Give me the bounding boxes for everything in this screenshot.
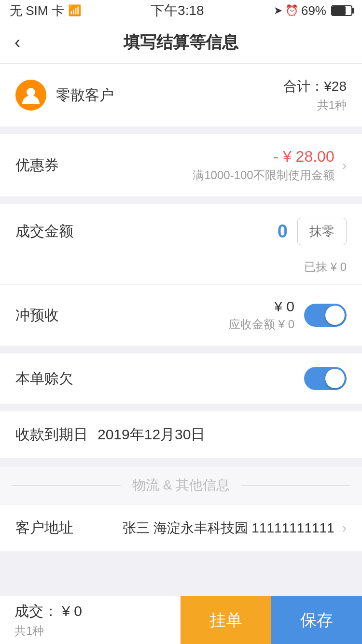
status-time: 下午3:18 [151, 1, 204, 20]
alarm-icon: ⏰ [285, 4, 298, 17]
debt-toggle[interactable] [304, 367, 347, 390]
status-right: ➤ ⏰ 69% [274, 3, 352, 18]
due-date-row: 收款到期日 2019年12月30日 [15, 425, 347, 445]
advance-value-wrap: ¥ 0 应收金额 ¥ 0 [229, 298, 294, 332]
bottom-deal: 成交： ¥ 0 [14, 602, 166, 621]
bottom-count: 共1种 [14, 623, 166, 639]
advance-toggle[interactable] [304, 304, 347, 327]
advance-right: ¥ 0 应收金额 ¥ 0 [229, 298, 347, 332]
round-button[interactable]: 抹零 [297, 218, 347, 245]
deal-section: 成交金额 0 抹零 已抹 ¥ 0 冲预收 ¥ 0 应收金额 ¥ 0 [0, 204, 362, 346]
customer-total: 合计：¥28 [283, 77, 347, 96]
section-divider: 物流 & 其他信息 [0, 466, 362, 504]
svg-point-0 [27, 88, 35, 97]
page-title: 填写结算等信息 [124, 31, 238, 54]
toggle-circle [325, 306, 345, 325]
deal-sub-row: 已抹 ¥ 0 [0, 259, 362, 284]
customer-left: 零散客户 [15, 80, 114, 111]
save-button[interactable]: 保存 [271, 596, 362, 644]
debt-label: 本单赊欠 [15, 369, 73, 389]
address-section: 客户地址 张三 海淀永丰科技园 11111111111 › [0, 504, 362, 551]
avatar [15, 80, 46, 111]
coupon-row[interactable]: 优惠券 - ¥ 28.00 满1000-100不限制使用金额 › [0, 134, 362, 196]
deal-amount-value: 0 [278, 221, 288, 242]
address-chevron-icon: › [342, 520, 347, 536]
status-left: 无 SIM 卡 📶 [10, 2, 81, 19]
debt-section: 本单赊欠 [0, 353, 362, 404]
due-date-section: 收款到期日 2019年12月30日 [0, 411, 362, 458]
bottom-info: 成交： ¥ 0 共1种 [0, 596, 181, 644]
battery-icon [331, 5, 352, 16]
due-date-label: 收款到期日 [15, 425, 88, 445]
advance-sub: 应收金额 ¥ 0 [229, 317, 294, 332]
customer-card: 零散客户 合计：¥28 共1种 [0, 64, 362, 126]
customer-row: 零散客户 合计：¥28 共1种 [0, 64, 362, 126]
customer-total-wrap: 合计：¥28 共1种 [283, 77, 347, 113]
coupon-right: - ¥ 28.00 满1000-100不限制使用金额 › [193, 148, 347, 183]
deal-rounded-text: 已抹 ¥ 0 [304, 260, 347, 273]
deal-right: 0 抹零 [278, 218, 347, 245]
gps-icon: ➤ [274, 4, 282, 17]
coupon-description: 满1000-100不限制使用金额 [193, 168, 334, 183]
address-row[interactable]: 客户地址 张三 海淀永丰科技园 11111111111 › [0, 504, 362, 551]
bottom-deal-value: ¥ 0 [62, 603, 82, 619]
coupon-discount: - ¥ 28.00 [193, 148, 334, 166]
coupon-card: 优惠券 - ¥ 28.00 满1000-100不限制使用金额 › [0, 134, 362, 196]
coupon-chevron-icon: › [342, 158, 347, 173]
coupon-value-wrap: - ¥ 28.00 满1000-100不限制使用金额 [193, 148, 334, 183]
wifi-icon: 📶 [68, 4, 81, 17]
back-button[interactable]: ‹ [14, 32, 20, 53]
due-date-value: 2019年12月30日 [97, 425, 205, 445]
battery-percent: 69% [301, 3, 326, 18]
carrier-label: 无 SIM 卡 [10, 2, 64, 19]
section-divider-text: 物流 & 其他信息 [132, 476, 230, 494]
nav-bar: ‹ 填写结算等信息 [0, 21, 362, 64]
status-bar: 无 SIM 卡 📶 下午3:18 ➤ ⏰ 69% [0, 0, 362, 21]
deal-amount-label: 成交金额 [15, 222, 73, 241]
hang-button[interactable]: 挂单 [181, 596, 271, 644]
customer-name: 零散客户 [56, 85, 114, 105]
customer-count: 共1种 [283, 98, 347, 113]
bottom-bar: 成交： ¥ 0 共1种 挂单 保存 [0, 596, 362, 644]
coupon-label: 优惠券 [15, 155, 59, 175]
advance-row: 冲预收 ¥ 0 应收金额 ¥ 0 [0, 284, 362, 346]
address-label: 客户地址 [15, 518, 73, 538]
main-content: 零散客户 合计：¥28 共1种 优惠券 - ¥ 28.00 满1000-100不… [0, 64, 362, 629]
deal-amount-row: 成交金额 0 抹零 [0, 204, 362, 259]
debt-toggle-circle [325, 369, 345, 388]
user-avatar-icon [20, 84, 42, 106]
address-text: 张三 海淀永丰科技园 11111111111 [123, 519, 334, 537]
advance-value: ¥ 0 [229, 298, 294, 315]
battery-fill [332, 6, 346, 15]
advance-label: 冲预收 [15, 306, 59, 325]
bottom-deal-label: 成交： [14, 603, 58, 619]
address-right: 张三 海淀永丰科技园 11111111111 › [73, 519, 347, 537]
